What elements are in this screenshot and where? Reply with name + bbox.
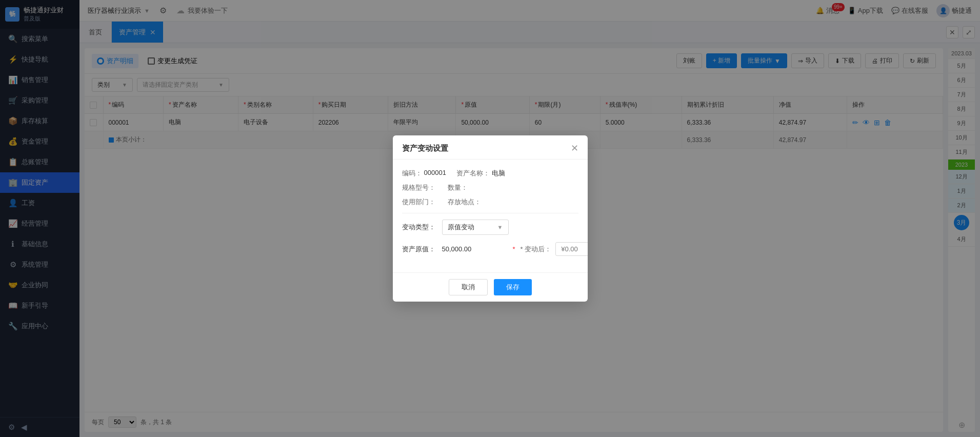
change-type-select[interactable]: 原值变动 ▼ [442, 220, 509, 235]
dialog-divider [402, 213, 578, 213]
dept-label: 使用部门： [402, 197, 435, 207]
asset-name-value: 电脑 [492, 169, 505, 178]
location-label: 存放地点： [448, 197, 481, 207]
modal-overlay[interactable]: 资产变动设置 ✕ 编码： 000001 资产名称： 电脑 规格型号： [0, 0, 980, 437]
after-change-label: * 变动后： [521, 245, 552, 254]
asset-value-row: 资产原值： 50,000.00 * * 变动后： [402, 242, 578, 256]
dialog-info-row-2: 规格型号： 数量： [402, 183, 578, 192]
asset-change-dialog: 资产变动设置 ✕ 编码： 000001 资产名称： 电脑 规格型号： [393, 135, 588, 302]
code-value: 000001 [424, 169, 446, 178]
dialog-asset-name-item: 资产名称： 电脑 [456, 169, 505, 178]
dialog-header: 资产变动设置 ✕ [393, 135, 588, 160]
change-type-value: 原值变动 [448, 223, 474, 232]
spec-label: 规格型号： [402, 183, 435, 192]
dialog-footer: 取消 保存 [393, 272, 588, 302]
dialog-info-row-3: 使用部门： 存放地点： [402, 197, 578, 207]
change-type-row: 变动类型： 原值变动 ▼ [402, 220, 578, 235]
asset-name-label: 资产名称： [456, 169, 490, 178]
dialog-location-item: 存放地点： [448, 197, 483, 207]
asset-value-display: 50,000.00 [442, 243, 509, 255]
change-type-label: 变动类型： [402, 223, 438, 232]
change-type-arrow: ▼ [497, 224, 503, 230]
save-btn[interactable]: 保存 [494, 279, 532, 295]
dialog-close-btn[interactable]: ✕ [571, 143, 578, 154]
dialog-dept-item: 使用部门： [402, 197, 437, 207]
after-change-input[interactable] [555, 242, 587, 256]
code-label: 编码： [402, 169, 422, 178]
cancel-btn[interactable]: 取消 [449, 279, 488, 295]
dialog-spec-item: 规格型号： [402, 183, 437, 192]
dialog-quantity-item: 数量： [448, 183, 470, 192]
quantity-label: 数量： [448, 183, 468, 192]
required-star: * [513, 245, 515, 253]
dialog-code-item: 编码： 000001 [402, 169, 446, 178]
asset-value-label: 资产原值： [402, 245, 438, 254]
dialog-body: 编码： 000001 资产名称： 电脑 规格型号： 数量： [393, 160, 588, 272]
dialog-info-row-1: 编码： 000001 资产名称： 电脑 [402, 169, 578, 178]
dialog-title: 资产变动设置 [402, 144, 448, 153]
